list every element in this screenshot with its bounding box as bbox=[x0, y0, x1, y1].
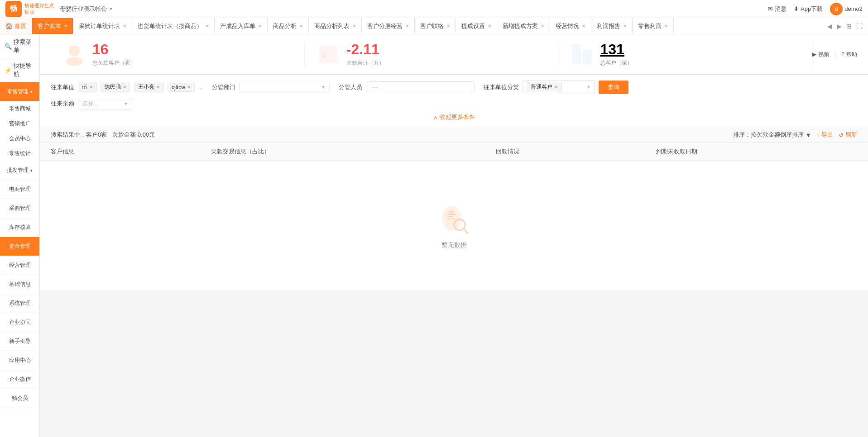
sidebar-item-ecommerce[interactable]: 电商管理 bbox=[0, 180, 39, 199]
sidebar-item-marketing[interactable]: 营销推广 bbox=[0, 116, 39, 131]
tab-retail-profit[interactable]: 零售利润 ✕ bbox=[633, 18, 674, 34]
workspace-label: 母婴行业演示帐套 bbox=[60, 5, 107, 13]
sidebar-item-vip-member[interactable]: 畅会员 bbox=[0, 389, 39, 408]
col-repayment: 回款情况 bbox=[485, 143, 645, 161]
tab-operations-close[interactable]: ✕ bbox=[582, 24, 585, 28]
tab-product-analysis-list[interactable]: 商品分析列表 ✕ bbox=[309, 18, 362, 34]
empty-text: 暂无数据 bbox=[441, 241, 467, 249]
sidebar-item-retail-stats[interactable]: 零售统计 bbox=[0, 146, 39, 161]
sidebar-item-finance[interactable]: 资金管理 bbox=[0, 237, 39, 256]
tab-customer-segment[interactable]: 客户分层经营 ✕ bbox=[362, 18, 415, 34]
sidebar-quick-nav-label: 快捷导航 bbox=[14, 62, 35, 78]
sort-selector[interactable]: 排序：按欠款金额倒序排序 ▼ bbox=[733, 131, 811, 139]
tab-profit-report-close[interactable]: ✕ bbox=[623, 24, 627, 28]
tab-product-analysis[interactable]: 商品分析 ✕ bbox=[268, 18, 309, 34]
sidebar-item-system-mgmt[interactable]: 系统管理 bbox=[0, 294, 39, 313]
sidebar-item-purchase[interactable]: 采购管理 bbox=[0, 199, 39, 218]
tab-product-analysis-list-close[interactable]: ✕ bbox=[352, 24, 356, 28]
sidebar-item-app-center[interactable]: 应用中心 bbox=[0, 351, 39, 370]
messages-button[interactable]: ✉ 消息 bbox=[768, 5, 786, 13]
tag-wu-close[interactable]: ✕ bbox=[89, 85, 93, 90]
tab-customer-segment-close[interactable]: ✕ bbox=[405, 24, 409, 28]
sidebar-item-operations-mgmt-label: 经营管理 bbox=[9, 262, 31, 268]
sidebar-quick-nav[interactable]: ⚡ 快捷导航 bbox=[0, 58, 39, 82]
sidebar-item-enterprise-wechat[interactable]: 企业微信 bbox=[0, 370, 39, 389]
filter-person-dots[interactable]: ··· bbox=[372, 83, 378, 91]
sidebar-item-basic-info[interactable]: 基础信息 bbox=[0, 275, 39, 294]
tab-production-inbound[interactable]: 产成品入库单 ✕ bbox=[215, 18, 268, 34]
collapse-button[interactable]: ∧ 收起更多条件 bbox=[433, 113, 475, 121]
tab-accounts-payable[interactable]: 客户账本 ✕ bbox=[32, 18, 73, 34]
sidebar-item-new-guide[interactable]: 新手引导 bbox=[0, 332, 39, 351]
filter-person-select[interactable]: ··· bbox=[366, 81, 475, 93]
tab-new-achievement-close[interactable]: ✕ bbox=[541, 24, 544, 28]
filter-dept-select[interactable]: ▼ bbox=[239, 83, 330, 91]
filter-balance-select[interactable]: 选择... ▼ bbox=[78, 98, 132, 109]
nav-fullscreen-icon[interactable]: ⛶ bbox=[854, 22, 864, 31]
sidebar-item-retail-stats-label: 零售统计 bbox=[9, 150, 31, 157]
main-layout: 🔍 搜索菜单 ⚡ 快捷导航 零售管理 ▾ 零售商城 营销推广 会员中心 零售统计… bbox=[0, 34, 868, 437]
tab-reminder-settings-close[interactable]: ✕ bbox=[488, 24, 491, 28]
tab-purchase-order-stats[interactable]: 采购订单统计表 ✕ bbox=[73, 18, 132, 34]
sidebar-item-enterprise-collab[interactable]: 企业协同 bbox=[0, 313, 39, 332]
chevron-icon-2: ▾ bbox=[30, 168, 33, 173]
sidebar-item-member-center[interactable]: 会员中心 bbox=[0, 131, 39, 146]
sort-chevron-icon: ▼ bbox=[806, 132, 811, 138]
tab-inventory-stats[interactable]: 进货单统计表（按商品） ✕ bbox=[132, 18, 215, 34]
app-download-button[interactable]: ⬇ App下载 bbox=[794, 5, 823, 13]
filter-balance-label: 往来余额 bbox=[51, 100, 74, 108]
tab-purchase-order-stats-close[interactable]: ✕ bbox=[123, 24, 126, 28]
tab-product-analysis-close[interactable]: ✕ bbox=[299, 24, 303, 28]
tab-retail-profit-close[interactable]: ✕ bbox=[664, 24, 668, 28]
video-link[interactable]: ▶ 视频 bbox=[812, 51, 829, 58]
refresh-button[interactable]: ↺ 刷新 bbox=[839, 131, 857, 139]
sidebar-item-inventory[interactable]: 库存核算 bbox=[0, 218, 39, 237]
logo-area: 畅 畅捷通好生意 标版 bbox=[5, 1, 54, 17]
tab-profit-report[interactable]: 利润报告 ✕ bbox=[591, 18, 633, 34]
tab-home[interactable]: 🏠 首页 bbox=[0, 18, 32, 34]
filter-tag-category[interactable]: 普通客户 ✕ bbox=[527, 82, 562, 92]
tab-reminder-settings[interactable]: 提成设置 ✕ bbox=[456, 18, 497, 34]
sidebar-item-operations-mgmt[interactable]: 经营管理 bbox=[0, 256, 39, 275]
video-icon: ▶ bbox=[812, 51, 816, 57]
filter-category-select[interactable]: 普通客户 ✕ ▼ bbox=[523, 80, 595, 94]
tab-production-inbound-close[interactable]: ✕ bbox=[258, 24, 262, 28]
sidebar-item-inventory-label: 库存核算 bbox=[9, 224, 31, 230]
tab-customer-contacts-close[interactable]: ✕ bbox=[446, 24, 450, 28]
query-button[interactable]: 查询 bbox=[599, 81, 628, 94]
tab-inventory-stats-close[interactable]: ✕ bbox=[205, 24, 209, 28]
tag-cjttcw-close[interactable]: ✕ bbox=[187, 85, 191, 90]
filter-tag-cjttcw[interactable]: cjttcw ✕ bbox=[168, 83, 195, 92]
sidebar-item-retail-mgmt[interactable]: 零售管理 ▾ bbox=[0, 82, 39, 101]
debtors-icon bbox=[62, 42, 87, 67]
sidebar-search[interactable]: 🔍 搜索菜单 bbox=[0, 34, 39, 58]
tab-new-achievement[interactable]: 新增提成方案 ✕ bbox=[497, 18, 550, 34]
sidebar-item-retail-mall[interactable]: 零售商城 bbox=[0, 101, 39, 116]
nav-expand-icon[interactable]: ⊞ bbox=[844, 22, 854, 31]
user-profile[interactable]: d demo2 bbox=[830, 3, 863, 15]
sidebar-item-wholesale-mgmt[interactable]: 批发管理 ▾ bbox=[0, 161, 39, 180]
tab-customer-contacts[interactable]: 客户联络 ✕ bbox=[415, 18, 456, 34]
nav-next-icon[interactable]: ▶ bbox=[835, 22, 844, 31]
tag-category-close[interactable]: ✕ bbox=[554, 85, 558, 90]
svg-text:¥: ¥ bbox=[321, 50, 327, 60]
filter-row-1: 往来单位 伍 ✕ 陈民强 ✕ 王小亮 ✕ cjttcw ✕ ... bbox=[51, 80, 857, 94]
empty-row: 暂无数据 bbox=[40, 161, 868, 290]
tab-accounts-payable-close[interactable]: ✕ bbox=[64, 24, 67, 28]
svg-line-12 bbox=[464, 229, 468, 233]
sidebar-item-system-mgmt-label: 系统管理 bbox=[9, 300, 31, 306]
logo-icon: 畅 bbox=[5, 1, 22, 17]
filter-tag-chen[interactable]: 陈民强 ✕ bbox=[101, 82, 130, 92]
tab-operations[interactable]: 经营情况 ✕ bbox=[550, 18, 591, 34]
data-table-container: 客户信息 欠款交易信息（占比） 回款情况 到期未收款日期 bbox=[40, 143, 868, 290]
help-link[interactable]: ? 帮助 bbox=[841, 51, 857, 58]
workspace-selector[interactable]: 母婴行业演示帐套 ▼ bbox=[54, 5, 119, 13]
filter-tag-wu[interactable]: 伍 ✕ bbox=[78, 82, 97, 92]
export-button[interactable]: ↑ 导出 bbox=[817, 131, 834, 139]
empty-illustration bbox=[436, 201, 472, 238]
tag-chen-close[interactable]: ✕ bbox=[123, 85, 126, 90]
filter-more-units[interactable]: ... bbox=[198, 84, 203, 90]
filter-tag-wang[interactable]: 王小亮 ✕ bbox=[134, 82, 164, 92]
tag-wang-close[interactable]: ✕ bbox=[156, 85, 160, 90]
nav-prev-icon[interactable]: ◀ bbox=[825, 22, 834, 31]
